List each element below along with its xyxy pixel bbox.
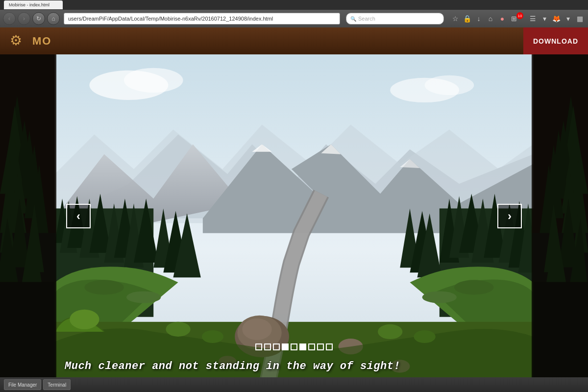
toolbar-icons: ☆ 🔒 ↓ ⌂ ● ⊞ 10 ☰ ▾ 🦊 ▾ ▦ — [450, 13, 585, 24]
prev-slide-button[interactable]: ‹ — [66, 204, 91, 228]
address-bar[interactable]: users/DreamPiF/AppData/Local/Temp/Mobiri… — [64, 13, 340, 24]
forward-button[interactable]: › — [18, 12, 30, 25]
browser-chrome: Mobirise - index.html ‹ › ↻ ⌂ users/Drea… — [0, 0, 588, 27]
menu-icon[interactable]: ☰ — [527, 13, 538, 24]
svg-point-88 — [414, 330, 436, 343]
bookmark-icon[interactable]: ☆ — [450, 13, 461, 24]
svg-point-40 — [425, 75, 474, 95]
download-toolbar-icon[interactable]: ↓ — [473, 13, 484, 24]
dot-5[interactable] — [291, 343, 297, 350]
dot-9[interactable] — [326, 343, 333, 350]
privacy-icon[interactable]: ● — [497, 13, 508, 24]
taskbar: File Manager Terminal — [0, 377, 588, 392]
taskbar-item-1[interactable]: File Manager — [4, 379, 41, 390]
slider-caption: Much cleaner and not standing in the way… — [55, 360, 533, 372]
notifications-wrapper: ⊞ 10 — [509, 13, 526, 24]
lock-icon[interactable]: 🔒 — [462, 13, 472, 24]
reload-button[interactable]: ↻ — [32, 12, 45, 25]
browser-tabs: Mobirise - index.html — [0, 0, 588, 10]
svg-rect-35 — [532, 282, 588, 378]
back-button[interactable]: ‹ — [3, 12, 16, 25]
svg-point-86 — [202, 330, 223, 343]
svg-rect-17 — [0, 282, 56, 378]
slider-main — [55, 54, 533, 377]
svg-point-75 — [126, 291, 161, 303]
dropdown2-icon[interactable]: ▾ — [563, 13, 573, 24]
svg-point-87 — [378, 324, 402, 339]
home-button[interactable]: ⌂ — [47, 12, 60, 25]
download-button[interactable]: DOWNLOAD — [523, 27, 588, 54]
app-title: MO — [32, 35, 51, 48]
tab-title: Mobirise - index.html — [9, 2, 49, 7]
landscape-svg — [55, 54, 533, 377]
right-forest-svg — [532, 54, 588, 377]
side-panel-left — [0, 54, 56, 377]
dot-7[interactable] — [308, 343, 315, 350]
svg-point-38 — [124, 68, 183, 93]
dot-4[interactable] — [282, 343, 289, 350]
home-toolbar-icon[interactable]: ⌂ — [485, 13, 496, 24]
browser-toolbar: ‹ › ↻ ⌂ users/DreamPiF/AppData/Local/Tem… — [0, 10, 588, 27]
svg-point-85 — [166, 322, 190, 337]
next-slide-button[interactable]: › — [497, 204, 522, 228]
dot-8[interactable] — [317, 343, 324, 350]
addon-icon[interactable]: 🦊 — [551, 13, 562, 24]
dropdown-icon[interactable]: ▾ — [539, 13, 550, 24]
slider-wrapper: ‹ › Much cleaner and not standing in the… — [0, 54, 588, 377]
main-content: ⚙ MO DOWNLOAD — [0, 27, 588, 377]
svg-point-84 — [70, 310, 99, 329]
search-icon: 🔍 — [350, 16, 356, 22]
notification-badge: 10 — [516, 12, 523, 19]
svg-point-80 — [242, 318, 271, 340]
slider-dots — [255, 343, 333, 350]
dot-6[interactable] — [299, 343, 306, 350]
dot-3[interactable] — [273, 343, 280, 350]
app-logo: ⚙ MO — [10, 32, 51, 50]
left-forest-svg — [0, 54, 56, 377]
app-gear-icon: ⚙ — [10, 32, 27, 50]
taskbar-item-2[interactable]: Terminal — [43, 379, 71, 390]
caption-text: Much cleaner and not standing in the way… — [65, 360, 400, 372]
svg-point-76 — [454, 280, 493, 294]
active-tab[interactable]: Mobirise - index.html — [4, 0, 63, 9]
dot-2[interactable] — [264, 343, 271, 350]
svg-point-77 — [422, 291, 457, 303]
dot-1[interactable] — [255, 343, 262, 350]
side-panel-right — [532, 54, 588, 377]
app-header: ⚙ MO DOWNLOAD — [0, 27, 588, 54]
apps-icon[interactable]: ▦ — [574, 13, 585, 24]
svg-point-74 — [84, 280, 123, 294]
search-bar[interactable]: 🔍 Search — [346, 13, 444, 24]
